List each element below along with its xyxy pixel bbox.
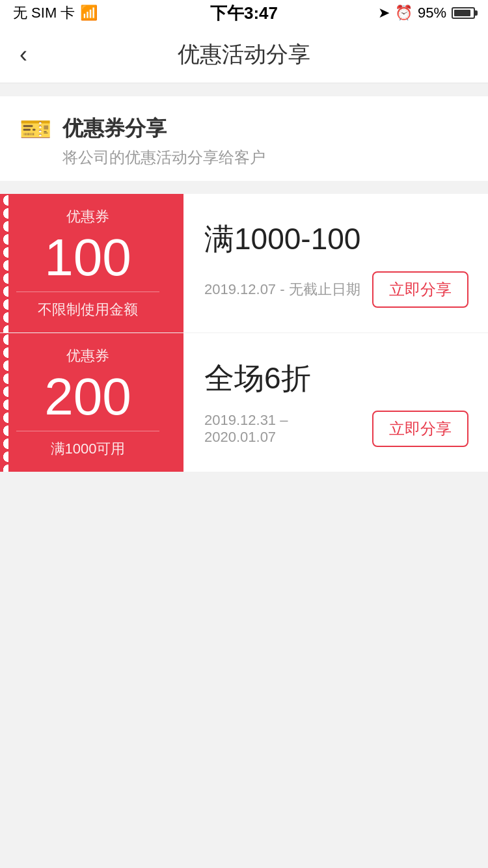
back-button[interactable]: ‹: [20, 41, 27, 68]
section-title: 优惠券分享: [62, 115, 265, 143]
share-button-2[interactable]: 立即分享: [372, 411, 468, 447]
coupon-amount-1: 100: [44, 232, 131, 284]
coupon-name-1: 满1000-100: [204, 219, 468, 260]
coupon-condition-2: 满1000可用: [51, 439, 126, 459]
status-right: ➤ ⏰ 95%: [378, 5, 475, 21]
section-header: 🎫 优惠券分享 将公司的优惠活动分享给客户: [0, 96, 488, 181]
coupon-card: 优惠券 100 不限制使用金额 满1000-100 2019.12.07 - 无…: [0, 194, 488, 333]
page-title: 优惠活动分享: [178, 40, 310, 70]
share-button-1[interactable]: 立即分享: [372, 271, 468, 308]
coupon-left-2: 优惠券 200 满1000可用: [0, 333, 176, 472]
coupon-divider-2: [16, 431, 159, 431]
section-subtitle: 将公司的优惠活动分享给客户: [62, 147, 265, 168]
status-left: 无 SIM 卡 📶: [13, 3, 98, 23]
section-text-group: 优惠券分享 将公司的优惠活动分享给客户: [62, 115, 265, 168]
coupon-amount-2: 200: [44, 371, 131, 423]
coupon-date-1: 2019.12.07 - 无截止日期: [204, 280, 360, 299]
wifi-icon: 📶: [80, 5, 98, 21]
coupon-type-label-2: 优惠券: [66, 346, 109, 366]
coupon-card-2: 优惠券 200 满1000可用 全场6折 2019.12.31 – 2020.0…: [0, 333, 488, 472]
coupon-type-label-1: 优惠券: [66, 207, 109, 226]
location-icon: ➤: [378, 5, 390, 21]
coupon-right-2: 全场6折 2019.12.31 – 2020.01.07 立即分享: [176, 333, 488, 472]
coupon-condition-1: 不限制使用金额: [38, 300, 138, 319]
coupon-name-2: 全场6折: [204, 359, 468, 399]
nav-bar: ‹ 优惠活动分享: [0, 26, 488, 83]
battery-percent: 95%: [418, 5, 446, 21]
alarm-icon: ⏰: [395, 5, 413, 21]
coupon-right-1: 满1000-100 2019.12.07 - 无截止日期 立即分享: [176, 194, 488, 332]
coupon-bottom-row-2: 2019.12.31 – 2020.01.07 立即分享: [204, 411, 468, 447]
status-bar: 无 SIM 卡 📶 下午3:47 ➤ ⏰ 95%: [0, 0, 488, 26]
coupon-list: 优惠券 100 不限制使用金额 满1000-100 2019.12.07 - 无…: [0, 194, 488, 472]
section-icon: 🎫: [20, 116, 52, 142]
battery-icon: [452, 7, 475, 19]
coupon-divider-1: [16, 292, 159, 292]
coupon-left: 优惠券 100 不限制使用金额: [0, 194, 176, 332]
coupon-bottom-row-1: 2019.12.07 - 无截止日期 立即分享: [204, 271, 468, 308]
status-time: 下午3:47: [210, 2, 278, 25]
carrier-text: 无 SIM 卡: [13, 3, 75, 23]
coupon-date-2: 2019.12.31 – 2020.01.07: [204, 412, 362, 446]
